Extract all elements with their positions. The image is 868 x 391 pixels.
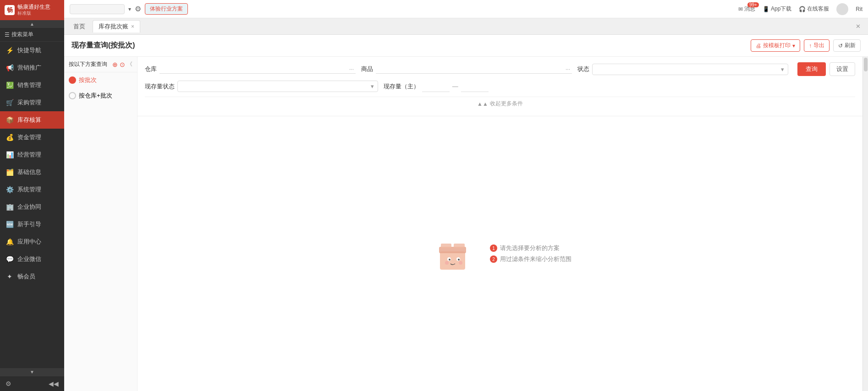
enterprise-icon: 🏢 <box>5 203 14 211</box>
export-button[interactable]: ↑ 导出 <box>804 39 830 52</box>
template-dropdown-icon[interactable]: ▾ <box>792 43 795 49</box>
svg-point-7 <box>458 259 460 261</box>
topbar-settings-icon[interactable]: ⚙ <box>135 5 141 13</box>
scheme-item-batch[interactable]: 按批次 <box>64 72 137 88</box>
tip-text-2: 用过滤条件来缩小分析范围 <box>500 255 571 263</box>
vip-icon: ✦ <box>5 272 14 281</box>
add-scheme-icon[interactable]: ⊕ <box>112 61 118 68</box>
search-label: 搜索菜单 <box>11 31 33 38</box>
search-icon: ☰ <box>5 32 10 38</box>
template-print-button[interactable]: 🖨 按模板打印 ▾ <box>751 39 800 52</box>
nav-item-finance[interactable]: 💰 资金管理 <box>0 129 64 146</box>
service-button[interactable]: 🎧 在线客服 <box>799 5 829 13</box>
username-label[interactable]: Rit <box>856 6 863 12</box>
user-avatar[interactable] <box>836 3 848 15</box>
nav-item-label: 基础信息 <box>17 168 41 176</box>
right-scrollbar[interactable] <box>863 57 868 391</box>
query-button[interactable]: 查询 <box>797 62 826 76</box>
nav-item-basic[interactable]: 🗂️ 基础信息 <box>0 163 64 181</box>
collapse-more-button[interactable]: ▲▲ 收起更多条件 <box>145 97 855 110</box>
basic-icon: 🗂️ <box>5 168 14 176</box>
nav-item-marketing[interactable]: 📢 营销推广 <box>0 59 64 76</box>
app-download-button[interactable]: 📱 App下载 <box>763 5 791 13</box>
inventory-icon: 📦 <box>5 116 14 124</box>
appcenter-icon: 🔔 <box>5 238 14 246</box>
sidebar-search[interactable]: ☰ 搜索菜单 <box>0 28 64 42</box>
scheme-radio-inactive <box>69 92 76 99</box>
sidebar-scroll-up[interactable]: ▲ <box>0 20 64 28</box>
warehouse-more-icon[interactable]: ··· <box>349 66 354 72</box>
topbar-search-input[interactable] <box>70 4 125 14</box>
tab-panel-close-icon[interactable]: ✕ <box>852 23 864 30</box>
stock-qty-max-input[interactable] <box>461 81 489 92</box>
product-input-box: ··· <box>376 65 572 74</box>
nav-item-enterprise[interactable]: 🏢 企业协同 <box>0 198 64 216</box>
scheme-panel-icons: ⊕ ⊙ 《 <box>112 60 132 68</box>
tab-close-icon[interactable]: × <box>131 23 134 30</box>
empty-box-svg <box>431 231 477 277</box>
app-name: 畅康通好生意 <box>17 4 50 10</box>
svg-rect-2 <box>441 244 451 248</box>
sidebar: 畅 畅康通好生意 标准版 ▲ ☰ 搜索菜单 ⚡ 快捷导航 📢 营销推广 💹 销售… <box>0 0 64 391</box>
filter-result-panel: 仓库 ··· 商品 ··· <box>137 57 863 391</box>
nav-item-operation[interactable]: 📊 经营管理 <box>0 146 64 163</box>
product-input[interactable] <box>378 65 564 72</box>
stock-qty-min-input[interactable] <box>422 81 450 92</box>
message-button[interactable]: ✉ 消息 99+ <box>738 5 755 13</box>
svg-point-6 <box>449 259 450 261</box>
settings-icon[interactable]: ⚙ <box>5 380 11 387</box>
main-area: ▾ ⚙ 体验行业方案 ✉ 消息 99+ 📱 App下载 🎧 在线客服 Rit 首… <box>64 0 868 391</box>
nav-item-label: 企业协同 <box>17 203 41 211</box>
nav-item-quicknav[interactable]: ⚡ 快捷导航 <box>0 42 64 59</box>
settings-scheme-icon[interactable]: ⊙ <box>120 61 125 68</box>
scheme-item-warehouse-batch[interactable]: 按仓库+批次 <box>64 88 137 103</box>
finance-icon: 💰 <box>5 133 14 141</box>
tip-text-1: 请先选择要分析的方案 <box>500 244 560 252</box>
nav-item-label: 营销推广 <box>17 64 41 72</box>
stock-status-select[interactable]: ▾ <box>177 81 378 92</box>
nav-item-inventory[interactable]: 📦 库存核算 <box>0 111 64 129</box>
nav-item-vip[interactable]: ✦ 畅会员 <box>0 268 64 285</box>
app-icon: 📱 <box>763 6 769 12</box>
refresh-button[interactable]: ↺ 刷新 <box>833 39 861 52</box>
warehouse-input-box: ··· <box>159 65 356 74</box>
nav-item-wechat[interactable]: 💬 企业微信 <box>0 250 64 268</box>
tab-inventory-batch[interactable]: 库存批次账 × <box>93 20 140 33</box>
content-area: 现存量查询(按批次) 🖨 按模板打印 ▾ ↑ 导出 ↺ 刷新 <box>64 35 868 391</box>
nav-item-label: 系统管理 <box>17 185 41 194</box>
page-title: 现存量查询(按批次) <box>71 41 135 50</box>
product-more-icon[interactable]: ··· <box>566 66 570 72</box>
nav-item-system[interactable]: ⚙️ 系统管理 <box>0 181 64 198</box>
nav-item-label: 资金管理 <box>17 133 41 141</box>
svg-rect-3 <box>454 244 465 248</box>
sidebar-scroll-down[interactable]: ▼ <box>0 368 64 376</box>
nav-item-sales[interactable]: 💹 销售管理 <box>0 76 64 94</box>
topbar-dropdown-icon[interactable]: ▾ <box>128 6 131 12</box>
scrollbar-thumb[interactable] <box>864 58 868 71</box>
message-badge: 99+ <box>747 2 759 7</box>
warehouse-input[interactable] <box>161 65 347 72</box>
nav-item-label: 销售管理 <box>17 81 41 89</box>
marketing-icon: 📢 <box>5 64 14 72</box>
purchase-icon: 🛒 <box>5 98 14 107</box>
status-select[interactable]: ▾ <box>592 64 788 75</box>
svg-point-9 <box>459 261 462 265</box>
experience-button[interactable]: 体验行业方案 <box>145 3 188 15</box>
filter-row-1: 仓库 ··· 商品 ··· <box>145 62 855 76</box>
tab-home[interactable]: 首页 <box>68 21 91 33</box>
status-label: 状态 <box>577 65 589 73</box>
scheme-item-label: 按仓库+批次 <box>79 92 112 100</box>
sidebar-footer: ⚙ ◀◀ <box>0 376 64 391</box>
sales-icon: 💹 <box>5 81 14 89</box>
collapse-sidebar-icon[interactable]: ◀◀ <box>49 380 59 387</box>
range-dash: — <box>452 83 458 90</box>
status-dropdown-icon: ▾ <box>781 66 784 73</box>
nav-item-appcenter[interactable]: 🔔 应用中心 <box>0 233 64 250</box>
collapse-panel-icon[interactable]: 《 <box>127 60 132 68</box>
filter-status: 状态 ▾ <box>577 64 788 75</box>
empty-tip-2: 2 用过滤条件来缩小分析范围 <box>490 255 571 263</box>
nav-item-guide[interactable]: 🆕 新手引导 <box>0 216 64 233</box>
nav-item-purchase[interactable]: 🛒 采购管理 <box>0 94 64 111</box>
system-icon: ⚙️ <box>5 185 14 194</box>
setting-button[interactable]: 设置 <box>830 62 855 76</box>
